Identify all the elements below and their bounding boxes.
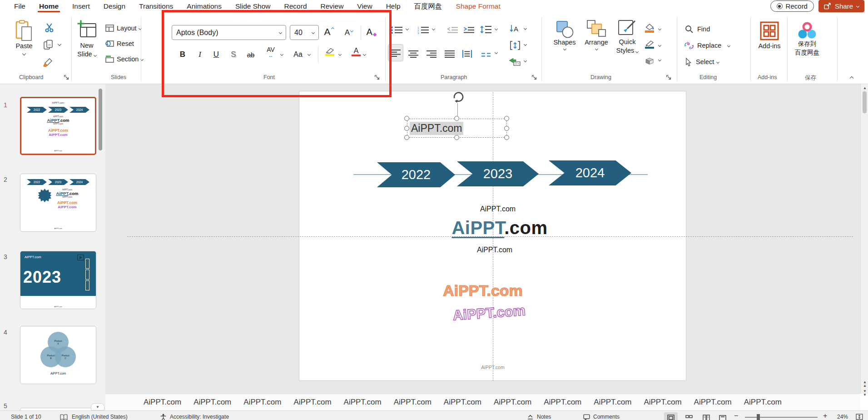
menu-tab-insert[interactable]: Insert <box>65 0 97 12</box>
ticker-link[interactable]: AiPPT.com <box>394 398 432 407</box>
cut-button[interactable] <box>44 21 55 33</box>
canvas-scrollbar-thumb[interactable] <box>863 91 867 113</box>
canvas-scrollbar[interactable]: ▲ ▲▲ ▼▼ <box>860 84 868 394</box>
change-case-button[interactable]: Aa <box>293 49 303 60</box>
slide-footer-text[interactable]: AiPPT.com <box>447 365 538 370</box>
menu-tab-record[interactable]: Record <box>278 0 314 12</box>
menu-tab-view[interactable]: View <box>350 0 379 12</box>
drawing-dialog-launcher[interactable] <box>666 75 672 80</box>
align-center-button[interactable] <box>408 48 419 60</box>
resize-handle-sw[interactable] <box>404 135 409 140</box>
slideshow-view-button[interactable] <box>716 412 729 420</box>
reset-button[interactable]: Reset <box>105 38 144 50</box>
fit-to-window-icon[interactable] <box>856 414 863 420</box>
numbering-button[interactable]: 123 <box>417 24 429 36</box>
resize-handle-se[interactable] <box>504 135 509 140</box>
chevron-down-icon[interactable] <box>658 44 661 47</box>
clipboard-dialog-launcher[interactable] <box>64 75 69 80</box>
underline-button[interactable]: U <box>211 49 222 60</box>
align-text-button[interactable] <box>510 40 521 51</box>
paragraph-dialog-launcher[interactable] <box>531 75 537 80</box>
reading-view-button[interactable] <box>699 412 713 420</box>
resize-handle-e[interactable] <box>504 126 509 131</box>
resize-handle-s[interactable] <box>454 135 459 140</box>
ticker-link[interactable]: AiPPT.com <box>344 398 382 407</box>
justify-button[interactable] <box>444 48 455 60</box>
slide-thumbnail-4[interactable]: ProductA ProductB ProductC AiPPT.com <box>20 326 96 384</box>
font-name-select[interactable]: Aptos (Body) <box>172 25 286 40</box>
panel-scroll-down-button[interactable]: ▼ <box>91 403 104 410</box>
normal-view-button[interactable] <box>664 412 678 420</box>
copy-button[interactable] <box>43 39 54 50</box>
arrange-button[interactable]: Arrange <box>582 20 610 50</box>
ticker-link[interactable]: AiPPT.com <box>243 398 281 407</box>
align-right-button[interactable] <box>426 48 437 60</box>
layout-button[interactable]: Layout <box>105 22 144 34</box>
font-color-button[interactable]: A <box>351 46 362 58</box>
chevron-down-icon[interactable] <box>432 27 435 30</box>
chevron-down-icon[interactable] <box>495 51 498 54</box>
resize-handle-n[interactable] <box>454 116 459 121</box>
shape-fill-button[interactable] <box>644 22 655 34</box>
shape-outline-button[interactable] <box>644 39 655 50</box>
small-label-above[interactable]: AiPPT.com <box>407 205 589 213</box>
collapse-ribbon-chevron-icon[interactable] <box>850 76 853 80</box>
font-size-select[interactable]: 40 <box>290 25 319 40</box>
rotate-handle-icon[interactable] <box>451 90 465 103</box>
clear-formatting-button[interactable]: A◆ <box>366 26 377 38</box>
resize-handle-nw[interactable] <box>404 116 409 121</box>
zoom-slider-thumb[interactable] <box>757 414 760 420</box>
menu-tab-help[interactable]: Help <box>379 0 407 12</box>
chevron-down-icon[interactable] <box>524 59 527 62</box>
chevron-down-icon[interactable] <box>280 53 283 56</box>
add-ins-button[interactable]: Add-ins <box>756 21 783 50</box>
previous-slide-button[interactable]: ▲▲ <box>862 380 868 388</box>
comments-toggle[interactable]: Comments <box>593 414 620 420</box>
chevron-down-icon[interactable] <box>308 53 311 56</box>
zoom-out-button[interactable]: − <box>734 412 738 420</box>
convert-to-smartart-button[interactable] <box>509 56 521 68</box>
chevron-down-icon[interactable] <box>658 58 661 61</box>
columns-button[interactable] <box>481 49 491 60</box>
ticker-link[interactable]: AiPPT.com <box>494 398 531 407</box>
ticker-link[interactable]: AiPPT.com <box>444 398 481 407</box>
text-direction-button[interactable]: A <box>510 23 521 35</box>
paste-button[interactable]: Paste <box>10 20 38 55</box>
slide-canvas[interactable]: AiPPT.com 2022 2023 2024 AiPPT.com AiPPT… <box>105 84 860 394</box>
find-button[interactable]: Find <box>685 23 735 35</box>
character-spacing-button[interactable]: AV↔ <box>265 47 276 59</box>
share-button[interactable]: Share <box>818 0 864 12</box>
panel-scrollbar[interactable] <box>98 84 103 410</box>
ticker-link[interactable]: AiPPT.com <box>694 398 732 407</box>
menu-tab-file[interactable]: File <box>7 0 32 12</box>
language-indicator[interactable]: English (United States) <box>72 414 128 420</box>
increase-indent-button[interactable] <box>463 24 475 36</box>
selected-text[interactable]: AiPPT.com <box>410 122 463 135</box>
slide-sorter-view-button[interactable] <box>682 412 696 420</box>
ticker-link[interactable]: AiPPT.com <box>144 398 181 407</box>
menu-tab-design[interactable]: Design <box>97 0 132 12</box>
bold-button[interactable]: B <box>177 49 188 60</box>
slide-thumbnail-2[interactable]: 2022 2023 2024 AiPPT.com AiPPT.com AiPPT… <box>20 174 96 232</box>
new-slide-button[interactable]: New Slide <box>74 20 100 59</box>
accessibility-status[interactable]: Accessibility: Investigate <box>170 414 229 420</box>
brand-title[interactable]: AiPPT.com <box>409 218 590 238</box>
chevron-down-icon[interactable] <box>406 27 409 30</box>
chevron-down-icon[interactable] <box>524 27 527 30</box>
zoom-in-button[interactable]: + <box>823 412 827 420</box>
menu-tab-slide-show[interactable]: Slide Show <box>228 0 278 12</box>
baidu-save-button[interactable]: 保存到 百度网盘 <box>791 21 823 57</box>
menu-tab-home[interactable]: Home <box>32 0 65 12</box>
small-label-below[interactable]: AiPPT.com <box>404 246 585 254</box>
menu-tab-shape-format[interactable]: Shape Format <box>449 0 507 12</box>
text-highlight-button[interactable] <box>324 46 335 58</box>
strikethrough-button[interactable]: ab <box>245 49 256 60</box>
zoom-level[interactable]: 24% <box>837 414 848 420</box>
zoom-slider-track[interactable] <box>745 417 818 418</box>
ticker-link[interactable]: AiPPT.com <box>193 398 231 407</box>
shapes-button[interactable]: Shapes <box>551 20 579 50</box>
ticker-link[interactable]: AiPPT.com <box>594 398 631 407</box>
resize-handle-ne[interactable] <box>504 116 509 121</box>
quick-styles-button[interactable]: Quick Styles <box>612 20 642 55</box>
bullets-button[interactable] <box>391 24 403 36</box>
